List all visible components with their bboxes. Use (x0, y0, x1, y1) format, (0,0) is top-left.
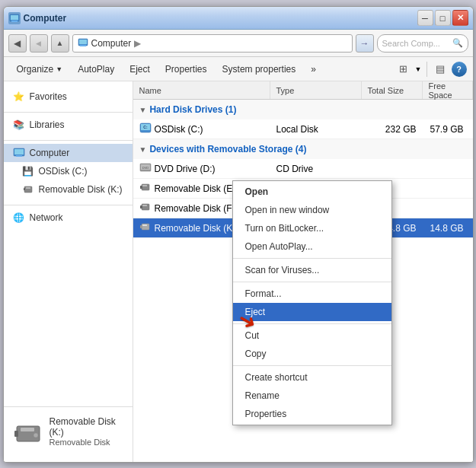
removable-section-label: Devices with Removable Storage (4) (149, 144, 306, 154)
dvd-icon: DVD (139, 161, 152, 176)
ctx-autoplay[interactable]: Open AutoPlay... (233, 237, 391, 256)
main-content: ⭐ Favorites 📚 Libraries (4, 81, 473, 462)
ctx-bitlocker[interactable]: Turn on BitLocker... (233, 219, 391, 237)
svg-rect-1 (11, 21, 18, 22)
sidebar-item-computer[interactable]: Computer (4, 144, 133, 162)
autoplay-button[interactable]: AutoPlay (71, 59, 121, 79)
up-button[interactable]: ▲ (51, 34, 69, 53)
system-properties-button[interactable]: System properties (216, 59, 303, 79)
ctx-rename[interactable]: Rename (233, 387, 391, 405)
svg-text:C:: C: (143, 125, 148, 129)
sidebar-status: Removable Disk (K:) Removable Disk (4, 406, 133, 456)
minimize-button[interactable]: ─ (417, 10, 433, 26)
removable-e-row-name: Removable Disk (E:) (155, 183, 238, 194)
ctx-properties[interactable]: Properties (233, 405, 391, 423)
col-totalsize-header[interactable]: Total Size (362, 81, 423, 99)
svg-rect-30 (142, 224, 147, 226)
ctx-cut[interactable]: Cut (233, 326, 391, 345)
sidebar-item-libraries[interactable]: 📚 Libraries (4, 116, 133, 134)
ctx-sep-4 (233, 365, 391, 366)
sidebar-item-osdisk[interactable]: 💾 OSDisk (C:) (4, 162, 133, 180)
col-freespace-header[interactable]: Free Space (423, 81, 473, 99)
more-button[interactable]: » (304, 59, 323, 79)
network-icon: 🌐 (13, 212, 25, 224)
ctx-open-new-window[interactable]: Open in new window (233, 201, 391, 219)
search-box[interactable]: Search Comp... 🔍 (377, 34, 468, 53)
favorites-section: ⭐ Favorites (4, 88, 133, 106)
file-list-header: Name Type Total Size Free Space (133, 81, 473, 100)
col-type-header[interactable]: Type (270, 81, 362, 99)
title-bar-left: Computer (8, 12, 67, 24)
svg-rect-2 (11, 15, 18, 20)
network-section: 🌐 Network (4, 209, 133, 227)
properties-button[interactable]: Properties (158, 59, 214, 79)
organize-label: Organize (17, 64, 54, 75)
ctx-copy[interactable]: Copy (233, 345, 391, 363)
col-name-header[interactable]: Name (133, 81, 270, 99)
ctx-scan[interactable]: Scan for Viruses... (233, 261, 391, 279)
sidebar-item-favorites[interactable]: ⭐ Favorites (4, 88, 133, 106)
help-button[interactable]: ? (452, 62, 467, 77)
svg-rect-29 (140, 225, 142, 228)
change-view-button[interactable]: ⊞ (395, 61, 412, 78)
ctx-create-shortcut[interactable]: Create shortcut (233, 368, 391, 387)
libraries-icon: 📚 (13, 119, 25, 131)
table-row[interactable]: C: OSDisk (C:) Local Disk 232 GB 57.9 GB (133, 119, 473, 139)
svg-rect-8 (14, 149, 24, 154)
search-placeholder: Search Comp... (382, 39, 440, 48)
view-dropdown-icon[interactable]: ▼ (415, 65, 422, 73)
ctx-open[interactable]: Open (233, 183, 391, 201)
sidebar-sep-1 (4, 112, 133, 113)
svg-point-15 (34, 433, 38, 438)
computer-nav-icon (13, 147, 25, 159)
sidebar-sep-2 (4, 140, 133, 141)
toolbar-right: ⊞ ▼ ▤ ? (395, 61, 467, 78)
hdd-arrow: ▼ (139, 106, 147, 114)
osdisk-row-name: OSDisk (C:) (155, 124, 203, 135)
back-button[interactable]: ◀ (8, 34, 27, 53)
osdisk-name-cell: C: OSDisk (C:) (133, 122, 270, 136)
search-icon: 🔍 (452, 38, 463, 48)
toolbar: Organize ▼ AutoPlay Eject Properties Sys… (4, 57, 473, 81)
ctx-sep-3 (233, 323, 391, 324)
more-label: » (311, 64, 316, 75)
svg-rect-10 (24, 188, 25, 190)
preview-pane-button[interactable]: ▤ (432, 61, 449, 78)
dvd-type-cell: CD Drive (270, 164, 362, 174)
maximize-button[interactable]: □ (435, 10, 451, 26)
address-arrow: ▶ (134, 38, 141, 49)
removable-k-icon (22, 183, 34, 196)
window-title: Computer (24, 13, 67, 24)
go-button[interactable]: → (356, 34, 374, 53)
window-icon (8, 12, 21, 24)
libraries-section: 📚 Libraries (4, 116, 133, 134)
organize-dropdown-icon: ▼ (56, 65, 62, 73)
forward-button[interactable]: ◀ (30, 34, 48, 53)
title-buttons: ─ □ ✕ (417, 10, 468, 26)
close-button[interactable]: ✕ (452, 10, 468, 26)
help-label: ? (456, 65, 462, 74)
sidebar-sep-3 (4, 205, 133, 205)
device-preview-icon (13, 420, 43, 443)
osdisk-type-cell: Local Disk (270, 124, 362, 135)
organize-button[interactable]: Organize ▼ (10, 59, 70, 79)
properties-label: Properties (165, 64, 207, 75)
table-row[interactable]: DVD DVD Drive (D:) CD Drive (133, 159, 473, 179)
eject-button[interactable]: Eject (123, 59, 157, 79)
svg-rect-5 (79, 40, 87, 44)
sidebar-item-removable-k[interactable]: Removable Disk (K:) (4, 180, 133, 199)
device-preview-name: Removable Disk (K:) (50, 416, 123, 438)
sidebar-item-network[interactable]: 🌐 Network (4, 209, 133, 227)
svg-rect-4 (80, 45, 86, 46)
osdisk-size-cell: 232 GB (362, 124, 423, 135)
svg-rect-23 (140, 186, 142, 189)
removable-f-row-name: Removable Disk (F:) (155, 203, 238, 214)
ctx-format[interactable]: Format... (233, 285, 391, 303)
address-box[interactable]: Computer ▶ (72, 34, 353, 53)
removable-k-row-name: Removable Disk (K:) (155, 223, 238, 234)
device-info: Removable Disk (K:) Removable Disk (50, 416, 123, 447)
address-bar: ◀ ◀ ▲ Computer ▶ → Search Comp... 🔍 (4, 30, 473, 57)
svg-rect-14 (21, 428, 34, 431)
ctx-sep-1 (233, 258, 391, 259)
hard-disk-section-label: Hard Disk Drives (1) (149, 104, 236, 115)
